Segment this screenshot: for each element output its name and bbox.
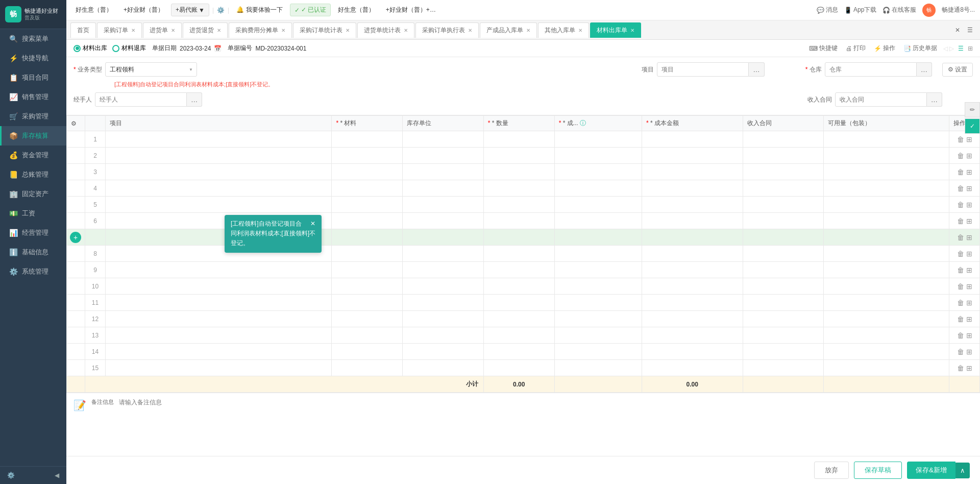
app-download-btn[interactable]: 📱 App下载: [844, 6, 876, 14]
row-project-cell[interactable]: [106, 197, 332, 213]
radio-material-return[interactable]: 材料退库: [112, 44, 146, 53]
row-project-cell[interactable]: [106, 148, 332, 164]
row-contract-cell[interactable]: [743, 278, 823, 295]
row-contract-cell[interactable]: [743, 180, 823, 197]
row-active-cell9[interactable]: [823, 229, 949, 246]
row-cost-cell[interactable]: [554, 295, 642, 311]
row-unit-cell[interactable]: [403, 344, 483, 360]
row-qty-cell[interactable]: [483, 295, 554, 311]
row-delete-icon[interactable]: 🗑: [957, 233, 964, 241]
row-qty-cell[interactable]: [483, 344, 554, 360]
row-qty-cell[interactable]: [483, 213, 554, 229]
row-qty-cell[interactable]: [483, 197, 554, 213]
row-unit-cell[interactable]: [403, 164, 483, 180]
sidebar-item-basics[interactable]: ℹ️ 基础信息: [0, 243, 66, 262]
row-amount-cell[interactable]: [642, 344, 743, 360]
row-available-cell[interactable]: [823, 278, 949, 295]
sidebar-collapse-btn[interactable]: ◀: [55, 472, 59, 479]
row-contract-cell[interactable]: [743, 295, 823, 311]
row-delete-icon[interactable]: 🗑: [957, 135, 964, 143]
biz-type-input[interactable]: [105, 62, 197, 77]
tooltip-close-btn[interactable]: ✕: [310, 219, 315, 229]
row-material-cell[interactable]: [332, 311, 403, 327]
row-available-cell[interactable]: [823, 360, 949, 376]
row-active-cell8[interactable]: [743, 229, 823, 246]
save-new-button[interactable]: 保存&新增: [907, 462, 955, 479]
row-active-cell7[interactable]: [642, 229, 743, 246]
tab-more-btn[interactable]: ☰: [964, 26, 976, 35]
quick-key-btn[interactable]: ⌨ 快捷键: [807, 43, 840, 54]
row-cost-cell[interactable]: [554, 262, 642, 278]
row-amount-cell[interactable]: [642, 180, 743, 197]
tab-close-all-btn[interactable]: ✕: [952, 26, 963, 35]
row-cost-cell[interactable]: [554, 164, 642, 180]
row-available-cell[interactable]: [823, 311, 949, 327]
row-material-cell[interactable]: [332, 327, 403, 344]
row-copy-icon[interactable]: ⊞: [966, 266, 972, 274]
tab-close-icon[interactable]: ✕: [131, 28, 135, 33]
sidebar-item-salary[interactable]: 💵 工资: [0, 204, 66, 223]
row-amount-cell[interactable]: [642, 327, 743, 344]
row-copy-icon[interactable]: ⊞: [966, 201, 972, 209]
tab-material-outstore[interactable]: 材料出库单 ✕: [590, 22, 641, 38]
row-available-cell[interactable]: [823, 131, 949, 148]
row-active-input-cell[interactable]: [85, 229, 106, 246]
warehouse-input[interactable]: [825, 62, 917, 77]
row-project-cell[interactable]: [106, 278, 332, 295]
radio-material-out[interactable]: 材料出库: [74, 44, 107, 53]
row-delete-icon[interactable]: 🗑: [957, 152, 964, 160]
tab-inbound-return[interactable]: 进货退货 ✕: [183, 22, 228, 38]
row-contract-cell[interactable]: [743, 344, 823, 360]
row-cost-cell[interactable]: [554, 246, 642, 262]
row-delete-icon[interactable]: 🗑: [957, 282, 964, 291]
row-qty-cell[interactable]: [483, 262, 554, 278]
tab-close-icon[interactable]: ✕: [468, 28, 472, 33]
row-contract-cell[interactable]: [743, 327, 823, 344]
row-available-cell[interactable]: [823, 262, 949, 278]
history-doc-btn[interactable]: 📑 历史单据: [901, 43, 939, 54]
col-settings-header[interactable]: ⚙: [67, 116, 85, 131]
topbar-menu-good-wealth2[interactable]: +好业财（普）+…: [382, 4, 440, 16]
row-material-cell[interactable]: [332, 295, 403, 311]
sidebar-item-assets[interactable]: 🏢 固定资产: [0, 184, 66, 204]
save-new-arrow-btn[interactable]: ∧: [955, 463, 970, 478]
row-amount-cell[interactable]: [642, 164, 743, 180]
row-cost-cell[interactable]: [554, 344, 642, 360]
calendar-icon[interactable]: 📅: [214, 45, 222, 52]
row-active-cell6[interactable]: [554, 229, 642, 246]
row-material-cell[interactable]: [332, 197, 403, 213]
row-available-cell[interactable]: [823, 246, 949, 262]
row-copy-icon[interactable]: ⊞: [966, 299, 972, 307]
row-unit-cell[interactable]: [403, 311, 483, 327]
sidebar-item-sales[interactable]: 📈 销售管理: [0, 87, 66, 107]
row-contract-cell[interactable]: [743, 246, 823, 262]
sidebar-item-inventory[interactable]: 📦 库存核算: [0, 126, 66, 146]
row-available-cell[interactable]: [823, 344, 949, 360]
row-cost-cell[interactable]: [554, 180, 642, 197]
row-active-cell4[interactable]: [403, 229, 483, 246]
form-settings-btn[interactable]: ⚙ 设置: [942, 63, 973, 77]
sidebar-item-system[interactable]: ⚙️ 系统管理: [0, 262, 66, 281]
row-project-cell[interactable]: [106, 295, 332, 311]
sidebar-settings-btn[interactable]: ⚙️: [7, 472, 15, 479]
tab-home[interactable]: 首页: [70, 22, 96, 38]
row-contract-cell[interactable]: [743, 131, 823, 148]
sidebar-item-finance[interactable]: 💰 资金管理: [0, 146, 66, 165]
tab-close-icon[interactable]: ✕: [630, 28, 634, 33]
row-qty-cell[interactable]: [483, 360, 554, 376]
row-delete-icon[interactable]: 🗑: [957, 331, 964, 340]
row-delete-icon[interactable]: 🗑: [957, 348, 964, 356]
income-contract-input[interactable]: [835, 92, 927, 107]
row-delete-icon[interactable]: 🗑: [957, 250, 964, 258]
row-active-cell5[interactable]: [483, 229, 554, 246]
row-qty-cell[interactable]: [483, 131, 554, 148]
row-copy-icon[interactable]: ⊞: [966, 168, 972, 176]
row-contract-cell[interactable]: [743, 164, 823, 180]
row-material-cell[interactable]: [332, 180, 403, 197]
tab-close-icon[interactable]: ✕: [281, 28, 285, 33]
tab-close-icon[interactable]: ✕: [578, 28, 582, 33]
side-tool-green[interactable]: ✓: [965, 118, 980, 134]
topbar-menu-good-wealth[interactable]: +好业财（普）: [119, 4, 168, 16]
tab-close-icon[interactable]: ✕: [346, 28, 350, 33]
row-available-cell[interactable]: [823, 148, 949, 164]
